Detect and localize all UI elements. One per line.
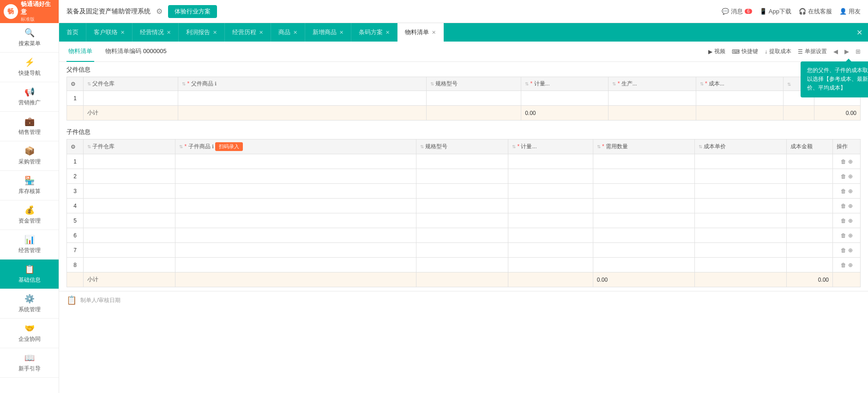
experience-btn[interactable]: 体验行业方案 — [168, 5, 217, 18]
sidebar-item-2[interactable]: 📢营销推广 — [0, 82, 59, 112]
th-measure: ⇅ * 计量... — [521, 77, 609, 91]
settings-icon[interactable]: ⚙ — [156, 7, 163, 16]
sidebar-logo: 畅 畅通诵好生意 标准版 — [0, 0, 59, 23]
child-row-4: 4 🗑 ⊕ — [67, 199, 861, 213]
delete-icon-5[interactable]: 🗑 — [841, 218, 846, 224]
th-qty: ⇅ * 需用数量 — [593, 139, 694, 154]
logo-icon: 畅 — [4, 4, 18, 19]
child-row-1: 1 🗑 ⊕ — [67, 154, 861, 169]
sidebar-item-11[interactable]: 📖新手引导 — [0, 348, 59, 378]
sidebar-item-7[interactable]: 📊经营管理 — [0, 230, 59, 260]
sidebar-item-3[interactable]: 💼销售管理 — [0, 112, 59, 141]
sidebar-item-5[interactable]: 🏪库存核算 — [0, 171, 59, 200]
nav-tab-7[interactable]: 条码方案✕ — [351, 23, 398, 42]
tab-close-3[interactable]: ✕ — [213, 30, 217, 36]
toolbar-single-settings[interactable]: ☰ 单据设置 — [798, 48, 827, 55]
sub-tab-bom[interactable]: 物料清单 — [66, 42, 94, 62]
logo-sub: 标准版 — [21, 16, 55, 23]
nav-tab-4[interactable]: 经营历程✕ — [225, 23, 271, 42]
th-child-cost-amount: 成本金额 — [787, 139, 833, 154]
parent-table: ⚙ ⇅ 父件仓库 ⇅ * 父件商品 ℹ — [66, 77, 861, 121]
tab-close-6[interactable]: ✕ — [339, 30, 344, 36]
online-service-btn[interactable]: 🎧 在线客服 — [799, 7, 832, 16]
download-icon: 📱 — [760, 8, 767, 15]
nav-tab-3[interactable]: 利润报告✕ — [179, 23, 225, 42]
copy-icon-8[interactable]: ⊕ — [848, 262, 853, 268]
nav-tab-2[interactable]: 经营情况✕ — [133, 23, 179, 42]
copy-icon-2[interactable]: ⊕ — [848, 173, 853, 180]
copy-icon-1[interactable]: ⊕ — [848, 158, 853, 165]
copy-icon-3[interactable]: ⊕ — [848, 188, 853, 194]
content-area: 父件信息 ⚙ ⇅ 父件仓库 ⇅ * — [59, 62, 868, 309]
copy-icon-4[interactable]: ⊕ — [848, 203, 853, 209]
nav-tab-8[interactable]: 物料清单✕ — [398, 23, 444, 42]
copy-icon-7[interactable]: ⊕ — [848, 247, 853, 254]
child-row-5: 5 🗑 ⊕ — [67, 213, 861, 228]
delete-icon-7[interactable]: 🗑 — [841, 247, 846, 254]
th-settings: ⚙ — [67, 77, 84, 91]
child-section-title: 子件信息 — [66, 124, 861, 139]
delete-icon-8[interactable]: 🗑 — [841, 262, 846, 268]
tab-close-5[interactable]: ✕ — [293, 30, 297, 36]
delete-icon-2[interactable]: 🗑 — [841, 173, 846, 180]
app-download-btn[interactable]: 📱 App下载 — [760, 7, 791, 16]
sidebar-icon-3: 💼 — [24, 116, 35, 127]
sidebar-item-6[interactable]: 💰资金管理 — [0, 200, 59, 230]
tab-close-7[interactable]: ✕ — [386, 30, 390, 36]
th-child-spec: ⇅ 规格型号 — [416, 139, 508, 154]
sidebar-item-4[interactable]: 📦采购管理 — [0, 141, 59, 171]
nav-tab-1[interactable]: 客户联络✕ — [86, 23, 133, 42]
bottom-text: 制单人/审核日期 — [80, 296, 121, 304]
child-row-7: 7 🗑 ⊕ — [67, 243, 861, 258]
nav-tabs: 首页客户联络✕经营情况✕利润报告✕经营历程✕商品✕新增商品✕条码方案✕物料清单✕… — [59, 23, 868, 42]
delete-icon-3[interactable]: 🗑 — [841, 188, 846, 194]
close-all-tabs-btn[interactable]: ✕ — [851, 28, 868, 37]
tab-close-1[interactable]: ✕ — [121, 30, 125, 36]
bill-code: 0000005 — [143, 48, 167, 54]
delete-icon-4[interactable]: 🗑 — [841, 203, 846, 209]
toolbar-extract-cost[interactable]: ↓ 提取成本 — [765, 48, 791, 55]
th-child-warehouse: ⇅ 子件仓库 — [84, 139, 175, 154]
parent-section: 父件信息 ⚙ ⇅ 父件仓库 ⇅ * — [59, 62, 868, 124]
nav-next-icon[interactable]: ▶ — [844, 48, 849, 55]
scan-btn[interactable]: 扫码录入 — [215, 142, 243, 151]
copy-icon-5[interactable]: ⊕ — [848, 218, 853, 224]
sidebar-item-8[interactable]: 📋基础信息 — [0, 260, 59, 289]
delete-icon-1[interactable]: 🗑 — [841, 158, 846, 165]
sidebar-icon-2: 📢 — [24, 87, 35, 97]
nav-prev-icon[interactable]: ◀ — [833, 48, 838, 55]
nav-tab-6[interactable]: 新增商品✕ — [305, 23, 351, 42]
sidebar-item-1[interactable]: ⚡快捷导航 — [0, 53, 59, 82]
toolbar-shortcut[interactable]: ⌨ 快捷键 — [732, 48, 758, 55]
sidebar-menu: 🔍搜索菜单⚡快捷导航📢营销推广💼销售管理📦采购管理🏪库存核算💰资金管理📊经营管理… — [0, 23, 59, 378]
nav-tab-0[interactable]: 首页 — [59, 23, 86, 42]
tab-close-8[interactable]: ✕ — [432, 30, 436, 36]
gear-icon[interactable]: ⚙ — [71, 81, 76, 87]
sidebar-item-9[interactable]: ⚙️系统管理 — [0, 289, 59, 319]
sidebar-icon-0: 🔍 — [24, 28, 35, 38]
th-action: 操作 — [833, 139, 861, 154]
th-child-measure: ⇅ * 计量... — [508, 139, 593, 154]
th-cost: ⇅ * 成本... — [696, 77, 783, 91]
message-btn[interactable]: 💬 消息 6 — [722, 7, 752, 16]
sidebar-icon-9: ⚙️ — [24, 294, 35, 304]
nav-tab-5[interactable]: 商品✕ — [271, 23, 305, 42]
child-row-2: 2 🗑 ⊕ — [67, 169, 861, 184]
bottom-icon[interactable]: 📋 — [66, 295, 77, 305]
sidebar-icon-10: 🤝 — [24, 323, 35, 333]
delete-icon-6[interactable]: 🗑 — [841, 232, 846, 239]
tab-close-2[interactable]: ✕ — [167, 30, 171, 36]
sidebar-icon-11: 📖 — [24, 353, 35, 363]
sub-tab-code[interactable]: 物料清单编码 0000005 — [103, 42, 169, 62]
tab-close-4[interactable]: ✕ — [259, 30, 263, 36]
th-child-settings: ⚙ — [67, 139, 84, 154]
gear2-icon[interactable]: ⚙ — [71, 144, 76, 150]
extract-icon: ↓ — [765, 48, 767, 55]
sidebar-icon-4: 📦 — [24, 146, 35, 156]
copy-icon-6[interactable]: ⊕ — [848, 232, 853, 239]
sidebar-item-10[interactable]: 🤝企业协同 — [0, 319, 59, 348]
sidebar-item-0[interactable]: 🔍搜索菜单 — [0, 23, 59, 53]
grid-view-icon[interactable]: ⊞ — [856, 48, 861, 55]
user-btn[interactable]: 👤 用友 — [839, 7, 861, 16]
toolbar-view[interactable]: ▶ 视频 — [708, 48, 725, 55]
